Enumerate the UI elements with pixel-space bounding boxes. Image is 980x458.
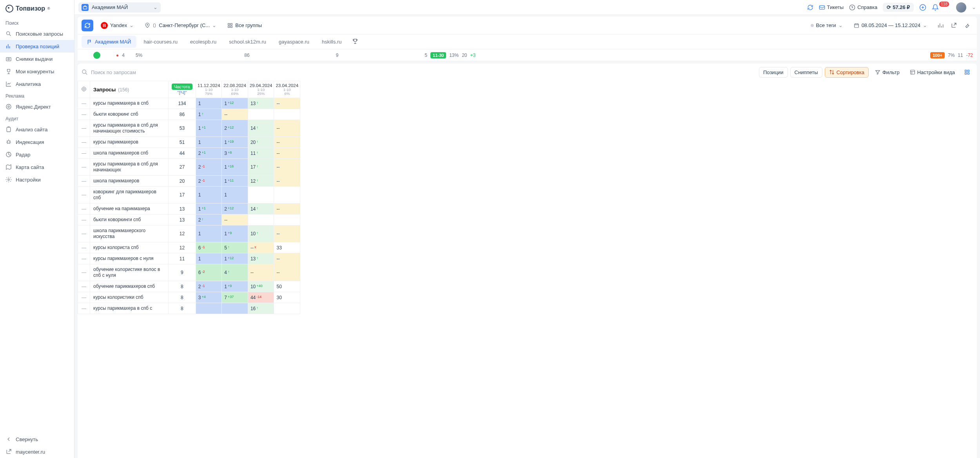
freq-cell: 11	[169, 253, 196, 264]
col-date-0[interactable]: 11.12.20241-1079%	[196, 81, 222, 98]
position-cell: 1	[196, 253, 222, 264]
row-handle[interactable]: —	[78, 281, 90, 292]
avatar[interactable]	[956, 2, 966, 13]
wrench-icon[interactable]	[961, 20, 973, 31]
table-row[interactable]: —курсы парикмахеров с нуля1111+1213↑--	[78, 253, 300, 264]
table-row[interactable]: —курсы парикмахеров5111+1920↑--	[78, 137, 300, 148]
view-settings[interactable]: Настройки вида	[906, 67, 959, 77]
table-row[interactable]: —школа парикмахеров202-11+1112↑--	[78, 176, 300, 187]
row-handle[interactable]: —	[78, 109, 90, 120]
expand-icon[interactable]	[961, 66, 973, 78]
table-row[interactable]: —обучение парикмахеров спб82-11+910+4050	[78, 281, 300, 292]
table-row[interactable]: —коворкинг для парикмахеров спб1711	[78, 187, 300, 204]
nav-item[interactable]: Аналитика	[0, 78, 74, 90]
row-handle[interactable]: —	[78, 176, 90, 187]
nav-item[interactable]: Анализ сайта	[0, 123, 74, 136]
trophy-icon[interactable]	[352, 38, 358, 45]
table-row[interactable]: —обучение колористике волос в спб с нуля…	[78, 264, 300, 281]
chevron-down-icon[interactable]: ⌄	[972, 4, 976, 10]
position-cell	[248, 109, 274, 120]
region-selector[interactable]: Санкт-Петербург (С...⌄	[141, 20, 220, 30]
nav-item[interactable]: Снимки выдачи	[0, 53, 74, 65]
tags-selector[interactable]: Все теги⌄	[807, 20, 846, 30]
row-handle[interactable]: —	[78, 159, 90, 176]
competitor-tab[interactable]: Академия МАЙ	[82, 36, 136, 48]
row-handle[interactable]: —	[78, 148, 90, 159]
row-handle[interactable]: —	[78, 214, 90, 225]
freq-cell: 12	[169, 242, 196, 253]
sort-button[interactable]: Сортировка	[825, 67, 869, 78]
table-row[interactable]: —курсы парикмахера в спб для начинающих …	[78, 120, 300, 137]
row-handle[interactable]: —	[78, 264, 90, 281]
refresh-button[interactable]	[82, 20, 93, 31]
competitor-tab[interactable]: school.sk12m.ru	[223, 36, 272, 48]
table-row[interactable]: —курсы колориста спб126-15↑--x33	[78, 242, 300, 253]
col-frequency[interactable]: Частота"[!Ч]"	[169, 81, 196, 98]
nav-item[interactable]: Проверка позиций	[0, 40, 74, 53]
col-queries[interactable]: Запросы(156)	[90, 81, 169, 98]
table-row[interactable]: —курсы парикмахера в спб для начинающих2…	[78, 159, 300, 176]
svg-point-8	[8, 179, 9, 180]
nav-item[interactable]: Карта сайта	[0, 161, 74, 173]
groups-selector[interactable]: Все группы	[224, 20, 265, 30]
notifications[interactable]: 118	[932, 4, 951, 11]
row-handle[interactable]: —	[78, 253, 90, 264]
search-input[interactable]: Поиск по запросам	[82, 69, 755, 75]
snippets-tab[interactable]: Сниппеты	[790, 67, 822, 78]
table-row[interactable]: —бьюти коворкинги спб132↑--	[78, 214, 300, 225]
date-range[interactable]: 08.05.2024 — 15.12.2024⌄	[850, 20, 931, 30]
competitor-tab[interactable]: hskills.ru	[316, 36, 347, 48]
table-row[interactable]: —курсы парикмахера в спб с816↑	[78, 303, 300, 314]
nav-item[interactable]: Яндекс.Директ	[0, 100, 74, 113]
sync-icon[interactable]	[807, 4, 813, 11]
nav-item[interactable]: Настройки	[0, 173, 74, 186]
position-cell	[222, 303, 248, 314]
table-row[interactable]: —обучение на парикмахера131+12+1214↑--	[78, 204, 300, 214]
row-handle[interactable]: —	[78, 137, 90, 148]
competitor-tab[interactable]: ecolespb.ru	[185, 36, 222, 48]
nav-item[interactable]: Поисковые запросы	[0, 27, 74, 40]
engine-selector[interactable]: ЯYandex⌄	[97, 20, 137, 31]
svg-rect-25	[967, 73, 969, 74]
query-cell: курсы парикмахера в спб для начинающих с…	[90, 120, 169, 137]
chart-icon[interactable]	[935, 20, 946, 31]
competitor-tab[interactable]: hair-courses.ru	[138, 36, 183, 48]
logo-text: Топвизор	[16, 5, 45, 12]
table-row[interactable]: —бьюти коворкинг спб861↑--	[78, 109, 300, 120]
positions-tab[interactable]: Позиции	[759, 67, 788, 78]
project-selector[interactable]: Академия МАЙ ⌄	[78, 2, 161, 13]
tickets-link[interactable]: Тикеты	[819, 4, 844, 11]
table-row[interactable]: —школа парикмахеров спб442+13+811↑--	[78, 148, 300, 159]
chevron-down-icon: ⌄	[129, 22, 134, 28]
table-row[interactable]: —курсы парикмахера в спб13411+1213↑--	[78, 98, 300, 109]
col-date-3[interactable]: 23.04.20241-106%	[274, 81, 300, 98]
row-handle[interactable]: —	[78, 303, 90, 314]
position-cell: 1+16	[222, 159, 248, 176]
help-link[interactable]: Справка	[849, 4, 877, 11]
position-cell: 2+12	[222, 120, 248, 137]
row-handle[interactable]: —	[78, 120, 90, 137]
export-icon[interactable]	[948, 20, 960, 31]
row-handle[interactable]: —	[78, 187, 90, 204]
row-handle[interactable]: —	[78, 225, 90, 242]
nav-footer-item[interactable]: Свернуть	[0, 433, 74, 445]
nav-item[interactable]: Мои конкуренты	[0, 65, 74, 78]
add-button[interactable]	[919, 4, 926, 11]
nav-item[interactable]: Индексация	[0, 136, 74, 148]
col-date-2[interactable]: 29.04.20241-1025%	[248, 81, 274, 98]
row-handle[interactable]: —	[78, 242, 90, 253]
nav-item[interactable]: Радар	[0, 148, 74, 161]
balance[interactable]: ⟳ 57.26 ₽	[883, 3, 914, 12]
row-handle[interactable]: —	[78, 98, 90, 109]
filter-button[interactable]: Фильтр	[871, 67, 904, 77]
competitor-tab[interactable]: gayaspace.ru	[273, 36, 315, 48]
table-row[interactable]: —курсы колористики спб83+47+3744-1430	[78, 292, 300, 303]
target-icon[interactable]	[78, 81, 90, 98]
row-handle[interactable]: —	[78, 204, 90, 214]
col-date-1[interactable]: 22.08.20241-1069%	[222, 81, 248, 98]
logo[interactable]: Топвизор®	[0, 0, 74, 17]
row-handle[interactable]: —	[78, 292, 90, 303]
svg-point-26	[82, 87, 86, 91]
nav-footer-item[interactable]: maycenter.ru	[0, 445, 74, 458]
table-row[interactable]: —школа парикмахерского искусства1211+910…	[78, 225, 300, 242]
